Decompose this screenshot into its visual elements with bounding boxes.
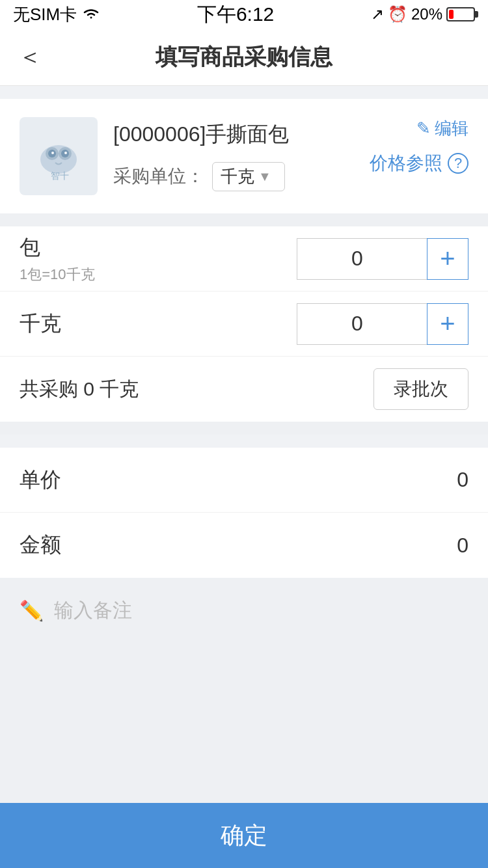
svg-point-0 — [40, 145, 77, 174]
kg-plus-button[interactable]: + — [427, 303, 468, 345]
total-label: 共采购 0 千克 — [20, 376, 139, 403]
input-section: 包 1包=10千克 + 千克 + — [0, 226, 488, 357]
edit-label: 编辑 — [435, 117, 468, 140]
help-icon: ? — [448, 153, 468, 174]
kg-input-right: + — [297, 303, 468, 345]
pack-quantity-input[interactable] — [297, 238, 427, 280]
section-divider-1 — [0, 213, 488, 226]
battery-icon — [446, 7, 475, 21]
pack-label: 包 1包=10千克 — [20, 234, 95, 284]
location-icon: ↗ — [371, 5, 384, 23]
svg-text:智十: 智十 — [51, 170, 69, 181]
unit-price-value: 0 — [457, 468, 468, 492]
kg-label: 千克 — [20, 310, 61, 338]
price-ref-button[interactable]: 价格参照 ? — [370, 151, 468, 176]
wifi-icon — [82, 5, 100, 25]
confirm-button[interactable]: 确定 — [0, 803, 488, 868]
svg-point-5 — [51, 152, 54, 154]
amount-label: 金额 — [20, 531, 61, 560]
unit-price-row: 单价 0 — [0, 448, 488, 513]
unit-price-label: 单价 — [20, 466, 61, 495]
battery-text: 20% — [411, 5, 442, 23]
kg-label-text: 千克 — [20, 310, 61, 338]
batch-button[interactable]: 录批次 — [373, 368, 468, 410]
amount-value: 0 — [457, 534, 468, 558]
pack-input-right: + — [297, 238, 468, 280]
nav-bar: ＜ 填写商品采购信息 — [0, 29, 488, 86]
note-placeholder: 输入备注 — [54, 597, 132, 624]
edit-icon: ✎ — [416, 118, 431, 139]
status-right: ↗ ⏰ 20% — [371, 5, 475, 23]
carrier-text: 无SIM卡 — [13, 3, 77, 26]
edit-button[interactable]: ✎ 编辑 — [416, 117, 468, 140]
status-time: 下午6:12 — [197, 1, 274, 28]
unit-select[interactable]: 千克 ▼ — [212, 162, 285, 191]
pack-input-row: 包 1包=10千克 + — [0, 226, 488, 292]
status-left: 无SIM卡 — [13, 3, 100, 26]
unit-value: 千克 — [221, 165, 254, 188]
product-name: [0000006]手撕面包 — [113, 120, 468, 149]
note-icon: ✏️ — [20, 599, 44, 622]
total-row: 共采购 0 千克 录批次 — [0, 357, 488, 422]
price-section: 单价 0 金额 0 — [0, 448, 488, 578]
product-image: 智十 — [20, 117, 98, 195]
unit-select-arrow: ▼ — [258, 169, 271, 184]
pack-label-text: 包 — [20, 234, 95, 262]
svg-point-6 — [64, 152, 67, 154]
unit-label: 采购单位： — [113, 164, 204, 189]
note-section[interactable]: ✏️ 输入备注 — [0, 578, 488, 644]
amount-row: 金额 0 — [0, 513, 488, 578]
price-ref-label: 价格参照 — [370, 151, 442, 176]
pack-label-sub: 1包=10千克 — [20, 265, 95, 284]
product-card: 智十 [0000006]手撕面包 采购单位： 千克 ▼ ✎ 编辑 价格参照 ? — [0, 99, 488, 213]
status-bar: 无SIM卡 下午6:12 ↗ ⏰ 20% — [0, 0, 488, 29]
kg-quantity-input[interactable] — [297, 303, 427, 345]
page-title: 填写商品采购信息 — [156, 42, 332, 72]
alarm-icon: ⏰ — [388, 5, 407, 23]
kg-input-row: 千克 + — [0, 292, 488, 357]
section-divider-2 — [0, 422, 488, 435]
pack-plus-button[interactable]: + — [427, 238, 468, 280]
back-button[interactable]: ＜ — [18, 41, 42, 73]
